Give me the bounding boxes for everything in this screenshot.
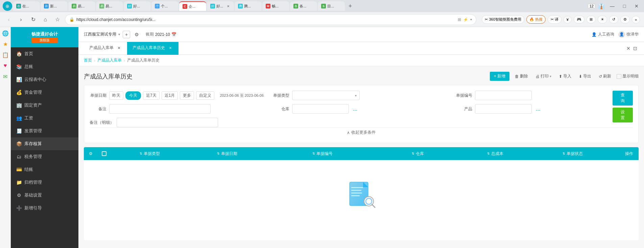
- sidebar-icon-docs[interactable]: 📋: [1, 50, 10, 60]
- export-button[interactable]: ⬇ 导出: [577, 72, 593, 81]
- product-input[interactable]: [475, 104, 532, 114]
- product-ellipsis[interactable]: ...: [534, 106, 542, 112]
- show-cols-checkbox[interactable]: [617, 74, 621, 79]
- sidebar-item-funds[interactable]: 💰 资金管理: [11, 86, 78, 99]
- import-button[interactable]: ⬆ 导入: [557, 72, 573, 81]
- forward-button[interactable]: ›: [16, 15, 26, 24]
- tab-8-close[interactable]: ✕: [226, 4, 231, 8]
- warehouse-input[interactable]: [292, 104, 349, 114]
- sidebar-item-ledger[interactable]: 📚 总账: [11, 60, 78, 73]
- query-button[interactable]: 查询: [613, 91, 633, 106]
- sidebar-item-home[interactable]: 🏠 首页: [11, 47, 78, 60]
- refresh-data-button[interactable]: ↺ 刷新: [597, 72, 613, 81]
- browser-tab-8[interactable]: 好 好... ✕: [207, 1, 234, 11]
- settings-toolbar-btn[interactable]: ⚙: [620, 16, 630, 23]
- yesterday-btn[interactable]: 昨天: [109, 91, 123, 100]
- sidebar-item-payroll[interactable]: 👥 工资: [11, 112, 78, 125]
- 7days-btn[interactable]: 近7天: [143, 91, 160, 100]
- game-btn[interactable]: 🎮: [574, 16, 585, 23]
- th-cost[interactable]: ⇅ 总成本: [457, 151, 534, 157]
- sidebar-item-reports[interactable]: 📊 云报表中心: [11, 73, 78, 86]
- th-doc-date[interactable]: ⇅ 单据日期: [188, 151, 266, 157]
- browser-tab-9[interactable]: 腾 腾...: [235, 1, 262, 11]
- delete-button[interactable]: 🗑 删除: [513, 72, 530, 81]
- breadcrumb-doc[interactable]: 产成品入库单: [97, 58, 122, 63]
- panel-close-btn[interactable]: ✕: [625, 45, 632, 52]
- collapse-button[interactable]: ∧ 收起更多条件: [90, 127, 633, 137]
- tab-product-in-history-close[interactable]: ×: [168, 45, 173, 51]
- sidebar-item-new-guide[interactable]: ➕ 新增引导: [11, 202, 78, 215]
- maximize-button[interactable]: □: [620, 1, 629, 11]
- sidebar-item-fixed-assets[interactable]: 🏢 固定资产: [11, 99, 78, 112]
- tab-product-in-history[interactable]: 产成品入库单历史 ×: [127, 42, 178, 55]
- panel-expand-btn[interactable]: ⊡: [632, 45, 639, 52]
- note-detail-input[interactable]: [117, 118, 218, 127]
- close-button[interactable]: ✕: [632, 1, 641, 11]
- print-dropdown[interactable]: ▾: [550, 74, 551, 78]
- th-settings[interactable]: ⚙: [84, 151, 97, 156]
- company-dropdown-icon[interactable]: ▾: [118, 32, 120, 36]
- refresh2-btn[interactable]: ↺: [609, 16, 618, 23]
- sidebar-item-tax[interactable]: 🗂 税务管理: [11, 150, 78, 163]
- today-btn[interactable]: 今天: [125, 91, 141, 100]
- new-tab-button[interactable]: +: [345, 1, 355, 11]
- browser-tab-4[interactable]: 易 易...: [96, 1, 123, 11]
- add-button[interactable]: + 新增: [490, 72, 509, 81]
- sidebar-item-inventory[interactable]: 📦 库存核算: [11, 137, 78, 150]
- layout-btn[interactable]: ⊞: [587, 16, 596, 23]
- translate-btn[interactable]: ✂ 译: [548, 15, 562, 24]
- extend-btn[interactable]: »: [632, 16, 640, 23]
- more-date-btn[interactable]: 更多: [180, 91, 194, 100]
- sidebar-icon-mail[interactable]: ✉: [1, 72, 10, 81]
- th-doc-type[interactable]: ⇅ 单据类型: [111, 151, 188, 157]
- browser-tab-5[interactable]: 好 好...: [124, 1, 151, 11]
- browser-tab-1[interactable]: 在 在...: [13, 1, 40, 11]
- smart-cutout-btn[interactable]: ✂ 360智能抠图免费用: [482, 15, 524, 24]
- th-warehouse[interactable]: ⇅ 仓库: [379, 151, 457, 157]
- show-cols-toggle[interactable]: 显示明细: [617, 73, 639, 79]
- add-company-button[interactable]: +: [123, 31, 130, 38]
- browser-tab-12[interactable]: S 目...: [318, 1, 345, 11]
- th-status[interactable]: ⇅ 单据状态: [534, 151, 612, 157]
- th-checkbox[interactable]: [97, 151, 111, 156]
- tab-product-in[interactable]: 产成品入库单 ×: [84, 42, 127, 55]
- calendar-icon[interactable]: 📅: [171, 32, 176, 37]
- back-button[interactable]: ‹: [4, 15, 14, 24]
- refresh-button[interactable]: ↻: [28, 15, 38, 24]
- url-bar[interactable]: 🔒 https://cloud.chanjet.com/accounting/u…: [65, 14, 476, 25]
- hot-search-btn[interactable]: 🔥 热搜: [526, 15, 546, 24]
- user-profile-button[interactable]: 👤 徐泽华: [618, 31, 639, 38]
- bookmark-button[interactable]: ☆: [53, 15, 62, 24]
- tab-product-in-close[interactable]: ×: [116, 45, 122, 51]
- th-doc-no[interactable]: ⇅ 单据编号: [266, 151, 379, 157]
- sidebar-icon-star[interactable]: ★: [1, 39, 10, 49]
- doc-no-input[interactable]: [475, 91, 532, 100]
- sidebar-icon-browser[interactable]: 🌐: [1, 28, 10, 38]
- sidebar-item-archive[interactable]: 📁 归档管理: [11, 176, 78, 189]
- theme-btn[interactable]: ☀: [598, 16, 607, 23]
- browser-tab-10[interactable]: M 畅...: [262, 1, 289, 11]
- sidebar-icon-social[interactable]: ♥: [1, 61, 10, 70]
- minimize-button[interactable]: —: [607, 1, 617, 11]
- browser-tab-6[interactable]: 个 个...: [151, 1, 178, 11]
- note-input[interactable]: [109, 104, 211, 114]
- browser-tab-3[interactable]: 易 易...: [68, 1, 95, 11]
- sidebar-item-invoice[interactable]: 🧾 发票管理: [11, 125, 78, 137]
- sidebar-item-closing[interactable]: 💳 结账: [11, 163, 78, 176]
- browser-tab-7-active[interactable]: C 企...: [179, 1, 206, 11]
- home-button[interactable]: ⌂: [41, 15, 50, 24]
- header-settings-button[interactable]: ⚙: [133, 31, 140, 38]
- consult-button[interactable]: 👤 人工咨询: [592, 31, 614, 37]
- currency-btn[interactable]: ¥: [564, 16, 572, 23]
- settings-search-button[interactable]: 设置: [613, 108, 633, 122]
- custom-date-btn[interactable]: 自定义: [196, 91, 214, 100]
- warehouse-ellipsis[interactable]: ...: [352, 106, 359, 112]
- print-button[interactable]: 🖨 打印 ▾: [533, 72, 553, 81]
- 1month-btn[interactable]: 近1月: [162, 91, 178, 100]
- doc-type-select[interactable]: ▾: [292, 91, 360, 100]
- select-all-checkbox[interactable]: [102, 151, 106, 156]
- browser-tab-2[interactable]: 新 新...: [41, 1, 68, 11]
- browser-tab-11[interactable]: 各 各...: [290, 1, 317, 11]
- sidebar-item-settings[interactable]: ⚙ 基础设置: [11, 189, 78, 202]
- breadcrumb-home[interactable]: 首页: [84, 58, 92, 63]
